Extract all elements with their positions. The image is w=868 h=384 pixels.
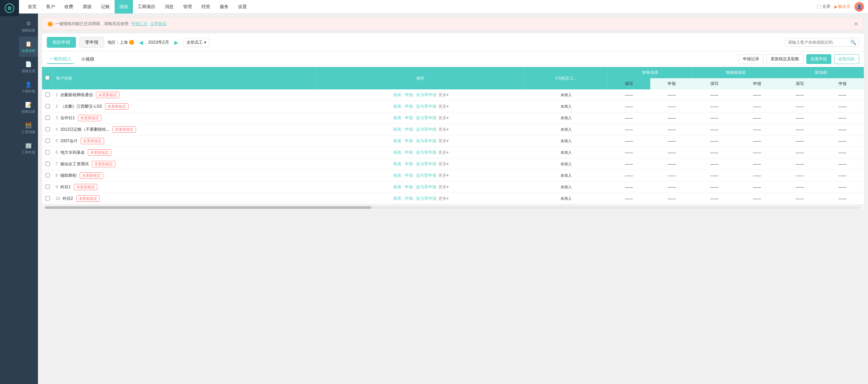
update-button[interactable]: 更新税定及取数 bbox=[766, 54, 804, 64]
record-button[interactable]: 申报记录 bbox=[738, 54, 764, 64]
row-ops-1: 税表 申报 设为零申报 更多▾ bbox=[316, 101, 525, 112]
nav-right: ⛶ 全屏 ▶ 畅会员 👤 bbox=[817, 2, 864, 12]
row-op-more-2[interactable]: 更多▾ bbox=[438, 115, 449, 120]
type-small[interactable]: 小规模 bbox=[78, 55, 97, 64]
row-op-taxform-3[interactable]: 税表 bbox=[393, 127, 401, 132]
row-op-declare-8[interactable]: 申报 bbox=[405, 185, 413, 189]
row-op-taxform-5[interactable]: 税表 bbox=[393, 150, 401, 155]
row-op-taxform-4[interactable]: 税表 bbox=[393, 138, 401, 143]
row-op-declare-9[interactable]: 申报 bbox=[405, 196, 413, 201]
row-op-more-1[interactable]: 更多▾ bbox=[438, 104, 449, 109]
row-op-taxform-1[interactable]: 税表 bbox=[393, 104, 401, 109]
row-fin-report-8: —— bbox=[650, 182, 693, 193]
upgrade-button[interactable]: ▶ 畅会员 bbox=[834, 4, 850, 9]
nav-items: 首页 客户 收费 票据 记账 报税 工商项目 消息 管理 经营 服务 设置 bbox=[23, 0, 252, 14]
row-op-zero-4[interactable]: 设为零申报 bbox=[416, 138, 436, 143]
row-op-more-3[interactable]: 更多▾ bbox=[438, 127, 449, 132]
row-op-taxform-8[interactable]: 税表 bbox=[393, 185, 401, 189]
row-op-zero-5[interactable]: 设为零申报 bbox=[416, 150, 436, 155]
date-prev-button[interactable]: ◀ bbox=[137, 39, 145, 46]
row-op-zero-3[interactable]: 设为零申报 bbox=[416, 127, 436, 132]
row-op-zero-0[interactable]: 设为零申报 bbox=[416, 92, 436, 97]
row-op-zero-9[interactable]: 设为零申报 bbox=[416, 196, 436, 201]
row-op-declare-2[interactable]: 申报 bbox=[405, 115, 413, 120]
row-op-zero-2[interactable]: 设为零申报 bbox=[416, 115, 436, 120]
row-op-taxform-0[interactable]: 税表 bbox=[393, 92, 401, 97]
search-input[interactable] bbox=[788, 40, 849, 45]
batch-declare-button[interactable]: 批量申报 bbox=[806, 54, 831, 64]
row-checkbox-4[interactable] bbox=[45, 138, 50, 143]
row-op-declare-3[interactable]: 申报 bbox=[405, 127, 413, 132]
nav-home[interactable]: 首页 bbox=[23, 0, 41, 14]
nav-tax[interactable]: 报税 bbox=[115, 0, 133, 14]
nav-bookkeeping[interactable]: 记账 bbox=[96, 0, 115, 14]
row-checkbox-9[interactable] bbox=[45, 196, 50, 200]
row-op-zero-6[interactable]: 设为零申报 bbox=[416, 162, 436, 166]
nav-invoice[interactable]: 票据 bbox=[78, 0, 96, 14]
row-op-declare-0[interactable]: 申报 bbox=[405, 92, 413, 97]
row-fin-fill-1: —— bbox=[608, 101, 650, 112]
nav-client[interactable]: 客户 bbox=[41, 0, 60, 14]
row-op-more-9[interactable]: 更多▾ bbox=[438, 196, 449, 201]
tab-zero-declaration[interactable]: 零申报 bbox=[79, 37, 104, 48]
alert-link2[interactable]: 立即购买 bbox=[150, 21, 166, 27]
row-checkbox-5[interactable] bbox=[45, 150, 50, 154]
row-op-more-6[interactable]: 更多▾ bbox=[438, 162, 449, 166]
row-checkbox-cell bbox=[42, 124, 53, 135]
nav-message[interactable]: 消息 bbox=[160, 0, 178, 14]
nav-settings[interactable]: 设置 bbox=[233, 0, 252, 14]
nav-admin[interactable]: 管理 bbox=[178, 0, 197, 14]
row-op-more-7[interactable]: 更多▾ bbox=[438, 173, 449, 178]
row-op-more-5[interactable]: 更多▾ bbox=[438, 150, 449, 155]
row-op-declare-1[interactable]: 申报 bbox=[405, 104, 413, 109]
fullscreen-button[interactable]: ⛶ 全屏 bbox=[817, 4, 830, 9]
receipt-button[interactable]: 收取回执 bbox=[834, 54, 859, 64]
nav-service[interactable]: 服务 bbox=[215, 0, 233, 14]
region-info-icon[interactable]: i bbox=[129, 40, 134, 45]
row-checkbox-6[interactable] bbox=[45, 162, 50, 166]
row-op-zero-1[interactable]: 设为零申报 bbox=[416, 104, 436, 109]
row-op-declare-6[interactable]: 申报 bbox=[405, 162, 413, 166]
staff-select[interactable]: 全部员工 ▾ bbox=[183, 38, 209, 47]
module-personal-tax[interactable]: 👤 个税申报 bbox=[19, 77, 38, 98]
nav-ops[interactable]: 经营 bbox=[197, 0, 215, 14]
row-checkbox-1[interactable] bbox=[45, 104, 50, 108]
row-op-taxform-6[interactable]: 税表 bbox=[393, 162, 401, 166]
module-annual-report[interactable]: 🏢 工商年报 bbox=[19, 138, 38, 158]
row-checkbox-3[interactable] bbox=[45, 127, 50, 131]
scrollbar-thumb[interactable] bbox=[45, 206, 371, 209]
alert-link1[interactable]: 申报汇总 bbox=[131, 21, 147, 27]
module-tax-settings[interactable]: ⚙ 报税设置 bbox=[19, 16, 38, 37]
row-op-more-8[interactable]: 更多▾ bbox=[438, 185, 449, 189]
row-checkbox-2[interactable] bbox=[45, 115, 50, 120]
type-general[interactable]: 一般的税人 bbox=[47, 55, 74, 64]
module-tax-records[interactable]: 📝 报税记录 bbox=[19, 98, 38, 118]
search-icon[interactable]: 🔍 bbox=[850, 40, 856, 45]
row-op-more-4[interactable]: 更多▾ bbox=[438, 138, 449, 143]
main-content: 首页 客户 收费 票据 记账 报税 工商项目 消息 管理 经营 服务 设置 ⛶ … bbox=[19, 0, 868, 384]
row-op-zero-7[interactable]: 设为零申报 bbox=[416, 173, 436, 178]
row-op-declare-5[interactable]: 申报 bbox=[405, 150, 413, 155]
scrollbar-track[interactable] bbox=[45, 206, 861, 209]
row-checkbox-8[interactable] bbox=[45, 185, 50, 189]
row-op-zero-8[interactable]: 设为零申报 bbox=[416, 185, 436, 189]
select-all-checkbox[interactable] bbox=[45, 76, 50, 80]
row-op-more-0[interactable]: 更多▾ bbox=[438, 92, 449, 97]
row-op-taxform-2[interactable]: 税表 bbox=[393, 115, 401, 120]
row-checkbox-0[interactable] bbox=[45, 92, 50, 97]
row-client-name-4: 2007会计 bbox=[60, 138, 78, 143]
alert-close-button[interactable]: ✕ bbox=[854, 21, 858, 27]
user-avatar[interactable]: 👤 bbox=[854, 2, 864, 12]
row-op-taxform-7[interactable]: 税表 bbox=[393, 173, 401, 178]
module-tax-overview[interactable]: 📄 报税总览 bbox=[19, 57, 38, 77]
row-op-taxform-9[interactable]: 税表 bbox=[393, 196, 401, 201]
nav-business[interactable]: 工商项目 bbox=[133, 0, 160, 14]
nav-fee[interactable]: 收费 bbox=[60, 0, 78, 14]
module-settlement[interactable]: 🧮 汇算清缴 bbox=[19, 118, 38, 138]
tab-tax-declaration[interactable]: 税款申报 bbox=[47, 37, 76, 48]
date-next-button[interactable]: ▶ bbox=[173, 39, 180, 46]
row-checkbox-7[interactable] bbox=[45, 173, 50, 177]
row-op-declare-4[interactable]: 申报 bbox=[405, 138, 413, 143]
module-batch-tax[interactable]: 📋 批量报税 bbox=[19, 37, 38, 57]
row-op-declare-7[interactable]: 申报 bbox=[405, 173, 413, 178]
